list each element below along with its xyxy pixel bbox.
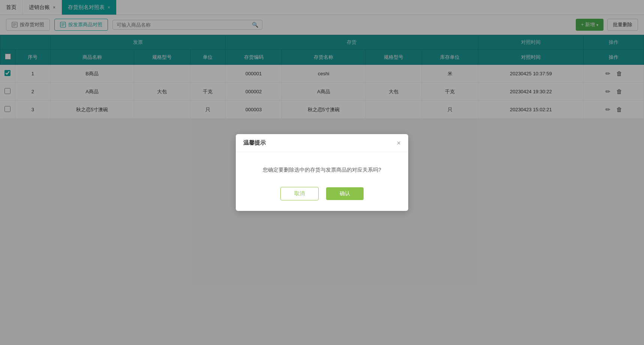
dialog-overlay: 温馨提示 × 您确定要删除选中的存货与发票商品的对应关系吗? 取消 确认 bbox=[0, 0, 644, 119]
